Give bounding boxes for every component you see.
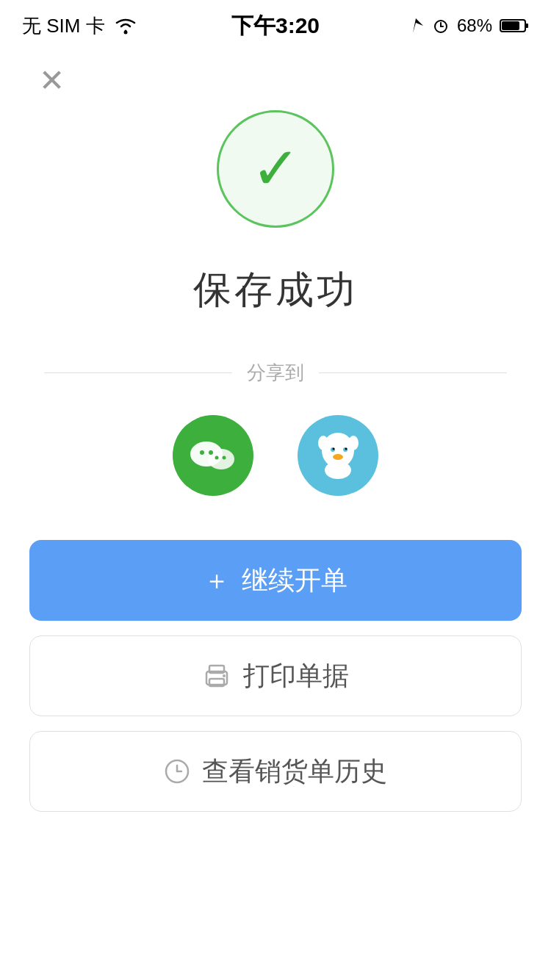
success-circle: ✓: [217, 110, 334, 228]
wechat-logo: [187, 433, 239, 478]
svg-point-11: [215, 456, 219, 460]
svg-point-22: [333, 454, 343, 460]
svg-point-15: [348, 436, 359, 450]
svg-point-27: [223, 674, 226, 677]
continue-label: 继续开单: [242, 563, 347, 599]
qq-logo: [314, 430, 362, 481]
print-button[interactable]: 打印单据: [29, 635, 522, 716]
status-time: 下午3:20: [231, 11, 320, 41]
status-bar: 无 SIM 卡 下午3:20 68%: [0, 0, 551, 51]
divider-right: [319, 372, 507, 373]
print-label: 打印单据: [243, 658, 349, 694]
svg-point-21: [345, 448, 347, 450]
history-label: 查看销货单历史: [202, 754, 387, 790]
divider-left: [44, 372, 232, 373]
close-button[interactable]: ✕: [29, 59, 73, 103]
action-buttons: ＋ 继续开单 打印单据 查看销货单历史: [0, 540, 551, 812]
svg-point-14: [318, 436, 328, 450]
status-right: 68%: [407, 15, 529, 36]
share-icons: [173, 415, 378, 496]
no-sim-label: 无 SIM 卡: [22, 13, 105, 39]
success-title: 保存成功: [193, 264, 358, 316]
wifi-icon: [112, 16, 139, 35]
close-icon: ✕: [39, 65, 65, 96]
svg-point-20: [332, 448, 334, 450]
svg-rect-5: [525, 24, 528, 28]
svg-point-23: [325, 461, 351, 479]
location-icon: [407, 17, 425, 35]
battery-icon: [500, 18, 529, 34]
printer-icon: [202, 663, 231, 689]
continue-button[interactable]: ＋ 继续开单: [29, 540, 522, 621]
checkmark-icon: ✓: [251, 140, 300, 198]
svg-point-9: [200, 450, 204, 455]
qq-button[interactable]: [298, 415, 378, 496]
svg-point-12: [223, 456, 226, 460]
history-button[interactable]: 查看销货单历史: [29, 731, 522, 812]
svg-point-10: [209, 450, 213, 455]
plus-icon: ＋: [204, 563, 230, 599]
alarm-icon: [432, 17, 450, 35]
status-left: 无 SIM 卡: [22, 13, 139, 39]
main-content: ✓ 保存成功 分享到: [0, 51, 551, 812]
svg-point-0: [123, 31, 127, 35]
clock-icon: [164, 758, 190, 785]
share-section: 分享到: [0, 360, 551, 496]
share-divider: 分享到: [0, 360, 551, 386]
battery-percent: 68%: [457, 15, 492, 36]
wechat-button[interactable]: [173, 415, 253, 496]
share-label: 分享到: [247, 360, 304, 386]
svg-rect-6: [502, 21, 519, 30]
